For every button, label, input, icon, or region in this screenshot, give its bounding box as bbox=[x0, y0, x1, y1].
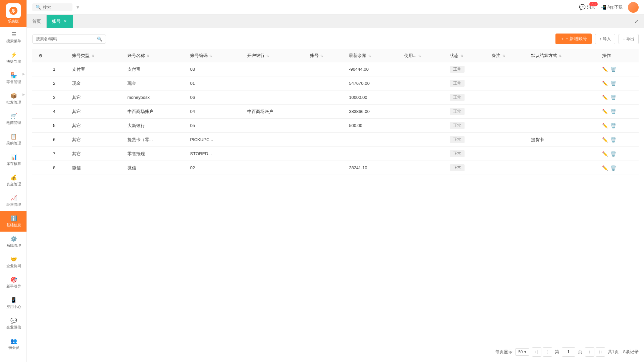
edit-button[interactable]: ✏️ bbox=[602, 165, 608, 171]
edit-button[interactable]: ✏️ bbox=[602, 151, 608, 157]
tab-minimize-button[interactable]: — bbox=[621, 17, 631, 26]
row-num: 6 bbox=[49, 133, 68, 147]
col-type[interactable]: 账号类型 ⇅ bbox=[68, 49, 123, 62]
app-download-label: App下载 bbox=[607, 4, 623, 10]
account-search-icon[interactable]: 🔍 bbox=[97, 37, 102, 42]
page-last-button[interactable]: ⟩⟩ bbox=[596, 347, 605, 357]
delete-button[interactable]: 🗑️ bbox=[610, 95, 616, 100]
edit-button[interactable]: ✏️ bbox=[602, 137, 608, 142]
table-row: 2 现金 现金 01 547670.00 正常 ✏️ 🗑️ bbox=[32, 76, 639, 90]
sidebar-item-label-basic-info: 基础信息 bbox=[6, 223, 21, 228]
tab-accounts-close[interactable]: ✕ bbox=[63, 19, 67, 24]
delete-button[interactable]: 🗑️ bbox=[610, 67, 616, 72]
table-row: 7 其它 零售抵现 STORED... 正常 ✏️ 🗑️ bbox=[32, 147, 639, 161]
row-code: STORED... bbox=[186, 147, 243, 161]
row-actions: ✏️ 🗑️ bbox=[598, 105, 639, 119]
page-first-button[interactable]: ⟨⟨ bbox=[532, 347, 541, 357]
topbar-app-download[interactable]: 📲 App下载 bbox=[600, 4, 623, 10]
sidebar-item-purchase-mgmt[interactable]: 📋 采购管理 bbox=[0, 129, 26, 150]
row-code: 05 bbox=[186, 119, 243, 133]
sidebar-item-label-operation-mgmt: 经营管理 bbox=[6, 202, 21, 207]
sidebar-item-wholesale-mgmt[interactable]: 📦 批发管理 ▶ bbox=[0, 88, 26, 109]
col-default-payment[interactable]: 默认结算方式 ⇅ bbox=[527, 49, 598, 62]
sidebar-item-operation-mgmt[interactable]: 📈 经营管理 bbox=[0, 191, 26, 211]
row-actions: ✏️ 🗑️ bbox=[598, 62, 639, 76]
edit-button[interactable]: ✏️ bbox=[602, 81, 608, 86]
sidebar-item-retail-mgmt[interactable]: 🏪 零售管理 ▶ bbox=[0, 68, 26, 88]
sidebar-item-quick-nav[interactable]: ⚡ 快捷导航 bbox=[0, 48, 26, 68]
topbar-msg-button[interactable]: 💬 消息 99+ bbox=[579, 4, 595, 10]
col-bank[interactable]: 开户银行 ⇅ bbox=[243, 49, 306, 62]
row-name: 微信 bbox=[123, 161, 186, 175]
row-status: 正常 bbox=[446, 133, 488, 147]
row-actions: ✏️ 🗑️ bbox=[598, 133, 639, 147]
sidebar-item-basic-info[interactable]: ℹ️ 基础信息 bbox=[0, 211, 26, 232]
page-prev-button[interactable]: ⟨ bbox=[543, 347, 552, 357]
page-number-input[interactable] bbox=[562, 347, 575, 357]
page-next-button[interactable]: ⟩ bbox=[585, 347, 594, 357]
sidebar-item-label-enterprise-agreement: 企业协同 bbox=[6, 263, 21, 268]
edit-button[interactable]: ✏️ bbox=[602, 109, 608, 114]
row-num: 8 bbox=[49, 161, 68, 175]
row-bank bbox=[243, 76, 306, 90]
row-remark bbox=[488, 119, 527, 133]
sidebar-item-search-menu[interactable]: ☰ 搜索菜单 bbox=[0, 27, 26, 48]
import-button[interactable]: ↑ 导入 bbox=[595, 34, 615, 44]
edit-button[interactable]: ✏️ bbox=[602, 123, 608, 128]
export-button[interactable]: ↓ 导出 bbox=[619, 34, 639, 44]
col-gear[interactable]: ⚙ bbox=[32, 49, 49, 62]
tab-home[interactable]: 首页 bbox=[27, 15, 47, 28]
col-account[interactable]: 账号 ⇅ bbox=[306, 49, 345, 62]
topbar-search-input[interactable] bbox=[43, 5, 70, 10]
account-search-input[interactable] bbox=[36, 37, 95, 41]
add-account-button[interactable]: ＋ + 新增账号 bbox=[555, 34, 592, 44]
delete-button[interactable]: 🗑️ bbox=[610, 109, 616, 114]
sidebar-item-system-mgmt[interactable]: ⚙️ 系统管理 bbox=[0, 232, 26, 252]
row-num: 5 bbox=[49, 119, 68, 133]
sidebar-item-label-purchase-mgmt: 采购管理 bbox=[6, 141, 21, 146]
sidebar-item-enterprise-wechat[interactable]: 💬 企业微信 bbox=[0, 313, 26, 334]
row-account bbox=[306, 147, 345, 161]
add-account-label: + 新增账号 bbox=[566, 36, 587, 42]
edit-button[interactable]: ✏️ bbox=[602, 95, 608, 100]
delete-button[interactable]: 🗑️ bbox=[610, 81, 616, 86]
sidebar-item-inventory-check[interactable]: 📊 库存核算 bbox=[0, 150, 26, 170]
row-gear-cell bbox=[32, 76, 49, 90]
total-label: 共1页，8条记录 bbox=[608, 349, 639, 355]
col-remark[interactable]: 备注 ⇅ bbox=[488, 49, 527, 62]
topbar-left: 🔍 ▾ bbox=[32, 3, 79, 11]
col-status[interactable]: 状态 ⇅ bbox=[446, 49, 488, 62]
edit-button[interactable]: ✏️ bbox=[602, 67, 608, 72]
table-header-row: ⚙ 账号类型 ⇅ 账号名称 ⇅ 账号编码 ⇅ 开户银行 ⇅ 账号 ⇅ 最新余额 … bbox=[32, 49, 639, 62]
col-balance[interactable]: 最新余额 ⇅ bbox=[345, 49, 400, 62]
col-code[interactable]: 账号编码 ⇅ bbox=[186, 49, 243, 62]
row-type: 支付宝 bbox=[68, 62, 123, 76]
sidebar-item-ecommerce-mgmt[interactable]: 🛒 电商管理 bbox=[0, 109, 26, 129]
sidebar-item-member[interactable]: 👥 畅会员 bbox=[0, 334, 26, 354]
sidebar-item-label-app-center: 应用中心 bbox=[6, 304, 21, 309]
page-size-select[interactable]: 50 ▾ bbox=[515, 348, 529, 356]
delete-button[interactable]: 🗑️ bbox=[610, 151, 616, 157]
row-balance: 10000.00 bbox=[345, 90, 400, 105]
tab-accounts[interactable]: 账号 ✕ bbox=[47, 15, 73, 28]
row-gear-cell bbox=[32, 105, 49, 119]
sidebar-item-enterprise-agreement[interactable]: 🤝 企业协同 bbox=[0, 252, 26, 273]
col-usage[interactable]: 使用... ⇅ bbox=[400, 49, 446, 62]
content-area: 🔍 ＋ + 新增账号 ↑ 导入 ↓ 导出 bbox=[27, 28, 644, 362]
sidebar-item-app-center[interactable]: 📱 应用中心 bbox=[0, 293, 26, 313]
tab-maximize-button[interactable]: ⤢ bbox=[632, 17, 641, 26]
delete-button[interactable]: 🗑️ bbox=[610, 123, 616, 128]
col-name[interactable]: 账号名称 ⇅ bbox=[123, 49, 186, 62]
sidebar-item-capital-mgmt[interactable]: 💰 资金管理 bbox=[0, 170, 26, 191]
topbar-dropdown-icon[interactable]: ▾ bbox=[76, 4, 79, 10]
delete-button[interactable]: 🗑️ bbox=[610, 137, 616, 142]
row-default-payment bbox=[527, 76, 598, 90]
sidebar-item-new-guide[interactable]: 🎯 新手引导 bbox=[0, 273, 26, 293]
import-icon: ↑ bbox=[599, 37, 601, 41]
ecommerce-mgmt-icon: 🛒 bbox=[10, 113, 17, 119]
delete-button[interactable]: 🗑️ bbox=[610, 165, 616, 171]
row-num: 7 bbox=[49, 147, 68, 161]
topbar-avatar[interactable] bbox=[628, 2, 639, 13]
row-remark bbox=[488, 105, 527, 119]
row-bank bbox=[243, 161, 306, 175]
